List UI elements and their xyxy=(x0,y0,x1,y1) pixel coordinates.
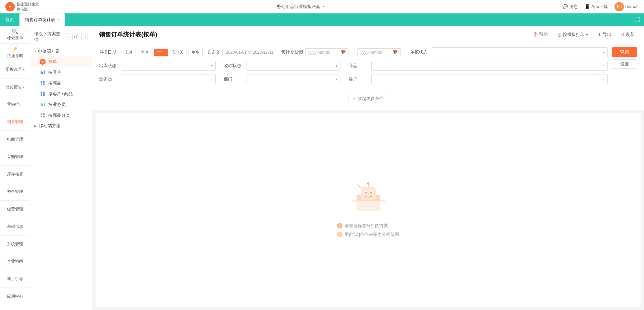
left-panel-title: 按以下方案查询 xyxy=(34,31,64,43)
pc-section-arrow: ▾ xyxy=(34,50,36,53)
scheme-item-按单[interactable]: 单 按单 xyxy=(30,56,92,67)
expected-date-start-input[interactable]: yyyy-mm-dd 📅 xyxy=(305,48,349,56)
goods-more-icon: ··· xyxy=(598,63,605,69)
sidebar-item-search[interactable]: 🔍 搜索菜单 xyxy=(0,26,30,44)
cal-end-icon: 📅 xyxy=(393,50,398,55)
customer-select[interactable]: ··· xyxy=(371,74,608,84)
svg-rect-8 xyxy=(41,92,42,94)
scheme-item-按业务员[interactable]: 按业务员 xyxy=(30,99,92,110)
collapse-scheme-btn[interactable]: 《 xyxy=(81,34,88,40)
step-2-icon: 2 xyxy=(337,232,342,237)
payment-status-select[interactable]: ▾ xyxy=(247,61,340,71)
date-btn-this-year[interactable]: 本年 xyxy=(154,49,168,56)
sidebar-item-enterprise[interactable]: 企业协同 xyxy=(0,253,30,270)
sidebar-item-inventory[interactable]: 库存核算 xyxy=(0,166,30,183)
sidebar-item-marketing[interactable]: 营销推广 xyxy=(0,96,30,113)
svg-rect-18 xyxy=(43,116,45,117)
workspace-selector[interactable]: 办公用品行业模拟账套 ▾ xyxy=(277,4,325,10)
help-btn[interactable]: ❓ 帮助 xyxy=(530,30,550,39)
date-quick-btns: 上月 本月 本年 近7天 更多 自定义 2023-01-01 至 2023-12… xyxy=(122,49,273,56)
date-btn-this-month[interactable]: 本月 xyxy=(138,49,152,56)
scheme-item-按客户+商品[interactable]: 按客户+商品 xyxy=(30,89,92,99)
sidebar-item-operation[interactable]: 经营管理 xyxy=(0,201,30,218)
tab-close-icon[interactable]: × xyxy=(57,17,60,22)
sidebar-item-newguide[interactable]: 新手引导 xyxy=(0,270,30,288)
sidebar-item-purchase[interactable]: 采购管理 xyxy=(0,148,30,166)
cal-start-icon: 📅 xyxy=(341,50,346,55)
scheme-item-按客户[interactable]: 按客户 xyxy=(30,67,92,78)
sidebar-item-appcenter[interactable]: 应用中心 xyxy=(0,288,30,305)
date-btn-last-month[interactable]: 上月 xyxy=(122,49,136,56)
svg-rect-14 xyxy=(44,103,45,106)
settings-btn[interactable]: 设置 xyxy=(612,59,637,69)
right-panel: 销售订单统计表(按单) ❓ 帮助 🖨 按模板打印 ▾ xyxy=(92,26,644,310)
filter-area: 单据日期 上月 本月 本年 近7天 更多 自定义 2023-01-01 至 20… xyxy=(92,43,644,110)
refresh-scheme-btn[interactable]: ↺ xyxy=(72,34,79,40)
doc-status-select[interactable]: ▾ xyxy=(432,47,608,57)
sidebar-item-basic[interactable]: 基础信息 xyxy=(0,218,30,236)
department-select[interactable]: ▾ xyxy=(247,74,340,84)
add-scheme-btn[interactable]: + xyxy=(64,34,70,40)
query-btn[interactable]: 查询 xyxy=(612,47,637,57)
page-title: 销售订单统计表(按单) xyxy=(99,31,157,39)
mobile-section-arrow: ▶ xyxy=(34,124,37,128)
ship-status-arrow-icon: ▾ xyxy=(211,64,213,68)
tab-maximize-icon[interactable]: ⛶ xyxy=(635,17,640,23)
filter-row-1: 单据日期 上月 本月 本年 近7天 更多 自定义 2023-01-01 至 20… xyxy=(99,47,608,57)
left-panel-icons: + ↺ 《 xyxy=(64,34,88,40)
collapse-up-icon: ∧ xyxy=(353,96,356,101)
shortcut-icon: ⚡ xyxy=(12,46,18,52)
sidebar-item-corpwx[interactable]: 企业微信 xyxy=(0,305,30,310)
scheme-item-按商品分类[interactable]: 按商品分类 xyxy=(30,110,92,121)
sidebar-item-retail[interactable]: 零售管理 ▾ xyxy=(0,61,30,79)
user-menu[interactable]: Ea demo2 xyxy=(614,2,639,11)
svg-rect-12 xyxy=(41,103,42,106)
message-icon: 💬 xyxy=(562,4,568,9)
sidebar-item-ecommerce[interactable]: 电商管理 xyxy=(0,131,30,148)
svg-rect-10 xyxy=(41,94,42,96)
top-header: 畅捷通好生意 标准版 办公用品行业模拟账套 ▾ 💬 消息 📱 App下载 Ea … xyxy=(0,0,644,13)
refresh-icon: ↺ xyxy=(621,32,625,37)
export-btn[interactable]: ⬇ 导出 xyxy=(595,30,614,39)
collapse-row: ∧ 收起更多条件 xyxy=(99,91,637,106)
left-panel: 按以下方案查询 + ↺ 《 ▾ 电脑端方案 单 按单 xyxy=(30,26,92,310)
refresh-btn[interactable]: ↺ 刷新 xyxy=(618,30,637,39)
header-right: 💬 消息 📱 App下载 Ea demo2 xyxy=(562,2,639,11)
help-icon: ❓ xyxy=(532,32,538,37)
print-dropdown-icon: ▾ xyxy=(586,32,588,37)
mobile-section-title[interactable]: ▶ 移动端方案 xyxy=(30,121,92,131)
sidebar-item-shortcut[interactable]: ⚡ 快捷导航 xyxy=(0,44,30,61)
message-btn[interactable]: 💬 消息 xyxy=(562,4,578,10)
sidebar-item-system[interactable]: 系统管理 xyxy=(0,236,30,253)
sidebar-item-sales[interactable]: 销售管理 xyxy=(0,113,30,131)
scheme-item-按商品[interactable]: 按商品 xyxy=(30,78,92,89)
doc-status-label: 单据状态 xyxy=(410,49,429,55)
sidebar-item-wholesale[interactable]: 批发管理 ▴ xyxy=(0,79,30,96)
download-icon: 📱 xyxy=(585,4,590,9)
tab-minimize-icon[interactable]: — xyxy=(625,17,631,23)
date-btn-more[interactable]: 更多 xyxy=(189,49,203,56)
svg-rect-30 xyxy=(352,200,357,202)
svg-rect-1 xyxy=(41,71,42,74)
tab-bar: 首页 销售订单统计表 × — ⛶ xyxy=(0,13,644,26)
logo-text: 畅捷通好生意 标准版 xyxy=(17,2,39,11)
tab-active[interactable]: 销售订单统计表 × xyxy=(19,13,65,26)
logo-icon xyxy=(5,2,15,11)
date-btn-custom[interactable]: 自定义 xyxy=(205,49,223,56)
ship-status-select[interactable]: ▾ xyxy=(122,61,216,71)
goods-select[interactable]: ··· xyxy=(371,61,608,71)
app-download-btn[interactable]: 📱 App下载 xyxy=(585,4,608,10)
expected-date-end-input[interactable]: yyyy-mm-dd 📅 xyxy=(357,48,401,56)
svg-rect-15 xyxy=(41,113,42,115)
sidebar-item-finance[interactable]: 资金管理 xyxy=(0,183,30,201)
svg-rect-31 xyxy=(380,200,385,202)
salesperson-select[interactable]: ··· xyxy=(122,74,216,84)
content-inner: 按以下方案查询 + ↺ 《 ▾ 电脑端方案 单 按单 xyxy=(30,26,644,310)
collapse-btn[interactable]: ∧ 收起更多条件 xyxy=(348,94,388,103)
customer-more-icon: ··· xyxy=(598,76,605,82)
print-btn[interactable]: 🖨 按模板打印 ▾ xyxy=(554,30,591,39)
date-btn-last7days[interactable]: 近7天 xyxy=(170,49,186,56)
pc-section-title[interactable]: ▾ 电脑端方案 xyxy=(30,46,92,56)
tab-home[interactable]: 首页 xyxy=(0,13,19,26)
svg-rect-6 xyxy=(41,84,42,85)
